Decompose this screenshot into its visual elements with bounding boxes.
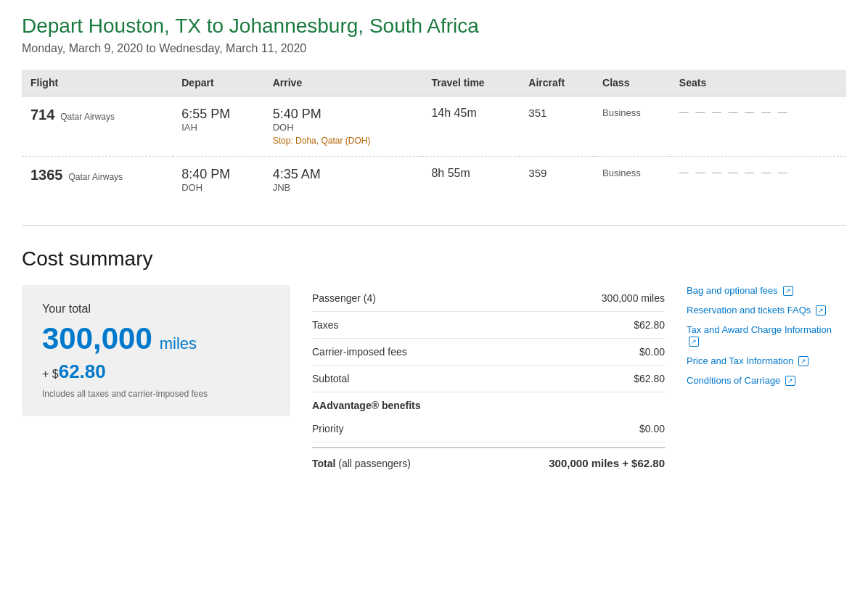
external-link-icon (783, 286, 793, 296)
flight-info-cell: 714 Qatar Airways (22, 96, 173, 157)
depart-airport: DOH (181, 182, 255, 193)
your-total-label: Your total (42, 302, 270, 316)
total-qualifier: (all passengers) (338, 458, 411, 469)
section-divider (22, 225, 846, 226)
table-header-row: Flight Depart Arrive Travel time Aircraf… (22, 70, 846, 96)
seats-availability: — — — — — — — (679, 167, 838, 178)
stop-info: Stop: Doha, Qatar (DOH) (273, 136, 414, 146)
miles-amount: 300,000 (42, 321, 152, 355)
page-subtitle: Monday, March 9, 2020 to Wednesday, Marc… (22, 42, 846, 55)
col-seats: Seats (671, 70, 846, 96)
flight-number: 714 (30, 107, 54, 123)
depart-cell: 8:40 PM DOH (173, 157, 263, 204)
airline-name: Qatar Airways (68, 172, 123, 182)
cost-value: $0.00 (578, 423, 665, 434)
travel-time-cell: 14h 45m (422, 96, 520, 157)
dollar-amount: 62.80 (59, 360, 106, 382)
cost-row-carrier-fees: Carrier-imposed fees $0.00 (312, 339, 665, 366)
class-name: Business (602, 107, 641, 118)
col-travel-time: Travel time (422, 70, 520, 96)
arrive-airport: JNB (273, 182, 414, 193)
col-flight: Flight (22, 70, 173, 96)
travel-time: 8h 55m (431, 167, 470, 179)
cost-layout: Your total 300,000 miles + $62.80 Includ… (22, 285, 846, 478)
flight-table: Flight Depart Arrive Travel time Aircraf… (22, 70, 846, 203)
cost-value: $62.80 (578, 373, 665, 384)
external-link-icon (816, 305, 826, 316)
cost-value: 300,000 miles (578, 292, 665, 304)
aircraft-cell: 359 (520, 157, 594, 204)
aadvantage-section-title: AAdvantage® benefits (312, 392, 665, 416)
flight-number: 1365 (30, 167, 63, 183)
external-link-icon (798, 356, 808, 366)
links-section: Bag and optional fees Reservation and ti… (687, 285, 846, 395)
table-row: 714 Qatar Airways 6:55 PM IAH 5:40 PM DO… (22, 96, 846, 157)
col-depart: Depart (173, 70, 263, 96)
total-value: 300,000 miles + $62.80 (549, 457, 665, 469)
plus-symbol: + $ (42, 368, 59, 380)
cost-label: Priority (312, 423, 344, 434)
col-arrive: Arrive (264, 70, 423, 96)
total-note: Includes all taxes and carrier-imposed f… (42, 389, 270, 399)
cost-row-taxes: Taxes $62.80 (312, 312, 665, 339)
col-aircraft: Aircraft (520, 70, 594, 96)
reservation-faqs-link[interactable]: Reservation and tickets FAQs (687, 305, 846, 316)
flight-info-cell: 1365 Qatar Airways (22, 157, 173, 204)
your-total-box: Your total 300,000 miles + $62.80 Includ… (22, 285, 290, 416)
arrive-cell: 4:35 AM JNB (264, 157, 423, 204)
col-class: Class (594, 70, 671, 96)
page-container: Depart Houston, TX to Johannesburg, Sout… (0, 0, 868, 492)
class-cell: Business (594, 157, 671, 204)
seats-cell: — — — — — — — (671, 157, 846, 204)
price-tax-link[interactable]: Price and Tax Information (687, 355, 846, 366)
seats-cell: — — — — — — — (671, 96, 846, 157)
depart-cell: 6:55 PM IAH (173, 96, 263, 157)
travel-time-cell: 8h 55m (422, 157, 520, 204)
arrive-time: 5:40 PM (273, 107, 414, 122)
cost-label: Carrier-imposed fees (312, 346, 407, 358)
arrive-time: 4:35 AM (273, 167, 414, 182)
travel-time: 14h 45m (431, 107, 476, 119)
cost-value: $0.00 (578, 346, 665, 358)
cost-label: Taxes (312, 319, 339, 331)
cost-row-subtotal: Subtotal $62.80 (312, 366, 665, 392)
external-link-icon (785, 376, 795, 386)
external-link-icon (689, 337, 699, 347)
depart-time: 6:55 PM (181, 107, 255, 122)
depart-airport: IAH (181, 122, 255, 133)
miles-label: miles (160, 334, 197, 353)
class-name: Business (602, 168, 641, 178)
total-label: Total (all passengers) (312, 458, 411, 469)
seats-availability: — — — — — — — (679, 107, 838, 118)
tax-info-link[interactable]: Tax and Award Charge Information (687, 324, 846, 347)
total-plus-line: + $62.80 (42, 360, 270, 383)
cost-row-priority: Priority $0.00 (312, 416, 665, 442)
cost-label: Passenger (4) (312, 292, 376, 304)
cost-row-passenger: Passenger (4) 300,000 miles (312, 285, 665, 312)
arrive-airport: DOH (273, 122, 414, 133)
class-cell: Business (594, 96, 671, 157)
arrive-cell: 5:40 PM DOH Stop: Doha, Qatar (DOH) (264, 96, 423, 157)
total-row: Total (all passengers) 300,000 miles + $… (312, 447, 665, 478)
cost-label: Subtotal (312, 373, 349, 384)
bag-fees-link[interactable]: Bag and optional fees (687, 285, 846, 296)
airline-name: Qatar Airways (60, 112, 115, 122)
depart-time: 8:40 PM (181, 167, 255, 182)
cost-summary-title: Cost summary (22, 247, 846, 271)
page-title: Depart Houston, TX to Johannesburg, Sout… (22, 15, 846, 38)
aircraft-number: 359 (528, 167, 546, 179)
cost-value: $62.80 (578, 319, 665, 331)
conditions-link[interactable]: Conditions of Carriage (687, 375, 846, 386)
table-row: 1365 Qatar Airways 8:40 PM DOH 4:35 AM J… (22, 157, 846, 204)
miles-display: 300,000 miles (42, 321, 270, 356)
aircraft-cell: 351 (520, 96, 594, 157)
aircraft-number: 351 (528, 107, 546, 119)
cost-details: Passenger (4) 300,000 miles Taxes $62.80… (312, 285, 665, 478)
